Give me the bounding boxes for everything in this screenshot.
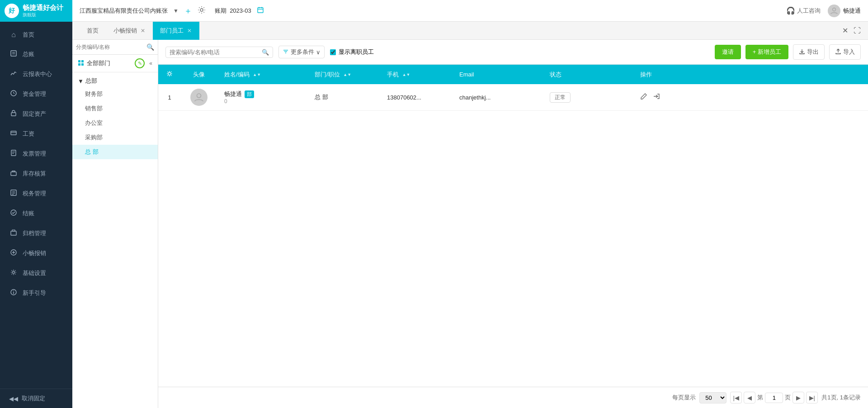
- sidebar-item-archive[interactable]: 归档管理: [0, 223, 72, 243]
- fullscreen-icon[interactable]: ⛶: [854, 27, 861, 35]
- staff-search-icon[interactable]: 🔍: [262, 49, 269, 56]
- dept-root-label: 总部: [85, 77, 97, 85]
- sidebar-item-xiaochang[interactable]: 小畅报销: [0, 243, 72, 263]
- dept-item-finance[interactable]: 财务部: [72, 87, 158, 101]
- svg-rect-31: [81, 63, 84, 66]
- close-window-icon[interactable]: ✕: [842, 26, 848, 35]
- staff-toolbar: 🔍 更多条件 ∨ 显示离职员工 邀请 + 新增员工: [158, 40, 868, 65]
- dept-search-input[interactable]: [76, 44, 145, 50]
- xiaochang-icon: [9, 249, 18, 258]
- ledger-icon: [9, 50, 18, 59]
- dept-badge: 部: [245, 90, 254, 98]
- staff-search-wrap: 🔍: [165, 47, 273, 58]
- col-email: Email: [452, 65, 542, 84]
- staff-search-input[interactable]: [170, 49, 260, 56]
- add-company-icon[interactable]: ＋: [184, 7, 192, 15]
- add-staff-button[interactable]: + 新增员工: [745, 45, 788, 59]
- sidebar-item-invoice[interactable]: 发票管理: [0, 144, 72, 164]
- dept-item-general[interactable]: 总 部: [72, 145, 158, 159]
- staff-table: 头像 姓名/编码 ▲▼ 部门/职位 ▲▼ 手机: [158, 65, 868, 111]
- tab-dept-staff[interactable]: 部门员工 ✕: [153, 22, 199, 40]
- filter-label: 更多条件: [291, 48, 314, 56]
- tab-xiaochang[interactable]: 小畅报销 ✕: [106, 22, 153, 40]
- sidebar-item-ledger[interactable]: 总账: [0, 44, 72, 64]
- sidebar-item-inventory[interactable]: 库存核算: [0, 164, 72, 184]
- col-settings[interactable]: [158, 65, 181, 84]
- logout-staff-icon[interactable]: [653, 93, 660, 102]
- period-value: 2023-03: [230, 7, 251, 14]
- dept-collapse-icon[interactable]: «: [149, 60, 152, 66]
- filter-btn[interactable]: 更多条件 ∨: [278, 46, 325, 58]
- page-last-btn[interactable]: ▶|: [806, 392, 818, 403]
- svg-point-27: [833, 8, 836, 11]
- row-actions: [633, 84, 868, 111]
- sidebar-item-basic[interactable]: 基础设置: [0, 263, 72, 283]
- show-resigned-checkbox[interactable]: [330, 49, 336, 55]
- page-next-btn[interactable]: ▶: [793, 392, 804, 403]
- service-btn[interactable]: 🎧 人工咨询: [786, 6, 821, 15]
- tab-dept-label: 部门员工: [160, 27, 184, 35]
- export-button[interactable]: 导出: [793, 44, 825, 60]
- basic-icon: [9, 269, 18, 278]
- svg-point-22: [200, 9, 203, 11]
- dept-edit-icon[interactable]: ✎: [135, 58, 145, 68]
- svg-rect-16: [11, 231, 16, 235]
- sort-mobile-icon[interactable]: ▲▼: [402, 73, 410, 77]
- import-button[interactable]: 导入: [829, 44, 861, 60]
- row-mobile: 138070602...: [380, 84, 452, 111]
- sidebar-item-salary[interactable]: 工资: [0, 124, 72, 144]
- sort-name-icon[interactable]: ▲▼: [253, 73, 261, 77]
- sidebar-item-guide[interactable]: 新手引导: [0, 283, 72, 303]
- sort-dept-icon[interactable]: ▲▼: [343, 73, 351, 77]
- salary-icon: [9, 129, 18, 138]
- svg-rect-5: [11, 131, 16, 135]
- svg-point-38: [197, 94, 201, 98]
- tab-xiaochang-close[interactable]: ✕: [141, 28, 145, 34]
- col-name-code[interactable]: 姓名/编码 ▲▼: [217, 65, 307, 84]
- sidebar-label-assets: 固定资产: [23, 110, 46, 118]
- company-dropdown-icon[interactable]: ▼: [173, 8, 179, 14]
- invite-button[interactable]: 邀请: [715, 45, 741, 59]
- page-di-label: 第: [757, 394, 763, 402]
- sidebar-label-guide: 新手引导: [23, 289, 46, 297]
- show-resigned-label[interactable]: 显示离职员工: [330, 48, 374, 56]
- sidebar-item-capital[interactable]: 资金管理: [0, 84, 72, 104]
- dept-all-header[interactable]: 全部部门 ✎ «: [72, 55, 158, 72]
- edit-staff-icon[interactable]: [640, 93, 647, 102]
- col-actions: 操作: [633, 65, 868, 84]
- import-label: 导入: [843, 48, 855, 56]
- svg-point-15: [11, 210, 16, 215]
- calendar-icon[interactable]: [257, 6, 264, 15]
- logo-text-wrap: 畅捷通好会计 旗舰版: [23, 4, 63, 18]
- sidebar-logo[interactable]: 好 畅捷通好会计 旗舰版: [0, 0, 72, 22]
- dept-item-office[interactable]: 办公室: [72, 116, 158, 130]
- svg-rect-30: [78, 63, 80, 66]
- user-menu[interactable]: 畅捷通: [828, 5, 861, 17]
- sidebar-item-home[interactable]: ⌂ 首页: [0, 25, 72, 44]
- page-prev-btn[interactable]: ◀: [744, 392, 755, 403]
- tabbar-right: ✕ ⛶: [842, 26, 861, 35]
- dept-grid-icon: [78, 60, 84, 67]
- user-avatar: [828, 5, 840, 17]
- sidebar-item-checkout[interactable]: 结账: [0, 204, 72, 223]
- settings-icon[interactable]: [198, 6, 206, 16]
- dept-item-purchase[interactable]: 采购部: [72, 130, 158, 145]
- sidebar-item-tax[interactable]: 税务管理: [0, 184, 72, 204]
- table-row: 1 畅捷通: [158, 84, 868, 111]
- page-first-btn[interactable]: |◀: [730, 392, 742, 403]
- tab-home[interactable]: 首页: [80, 22, 106, 40]
- dept-search-icon[interactable]: 🔍: [146, 43, 154, 51]
- dept-group-root[interactable]: ▼ 总部: [72, 74, 158, 87]
- col-dept-pos[interactable]: 部门/职位 ▲▼: [307, 65, 380, 84]
- tab-dept-close[interactable]: ✕: [187, 28, 192, 34]
- sidebar-item-assets[interactable]: 固定资产: [0, 104, 72, 124]
- sidebar-label-capital: 资金管理: [23, 90, 46, 98]
- page-size-select[interactable]: 50 10 20 100: [699, 392, 726, 403]
- page-input[interactable]: [765, 393, 783, 403]
- sidebar-item-reports[interactable]: 云报表中心: [0, 64, 72, 84]
- col-mobile[interactable]: 手机 ▲▼: [380, 65, 452, 84]
- cancel-fixed-btn[interactable]: ◀◀ 取消固定: [0, 389, 72, 408]
- dept-item-sales[interactable]: 销售部: [72, 101, 158, 116]
- export-label: 导出: [807, 48, 819, 56]
- dept-all-label: 全部部门: [87, 59, 110, 67]
